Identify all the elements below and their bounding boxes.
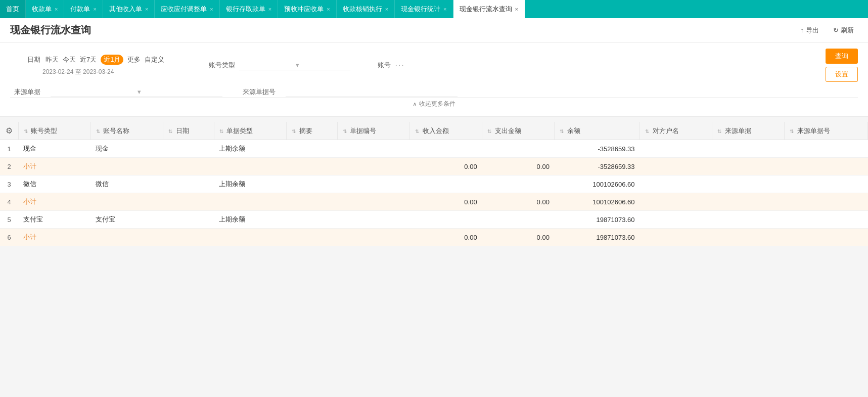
cell-source-doc (712, 175, 785, 193)
cell-expense: 0.00 (482, 158, 555, 175)
date-shortcut-yesterday[interactable]: 昨天 (45, 55, 59, 64)
account-filter: 账号 ··· (360, 61, 404, 70)
cell-source-doc-no (785, 193, 868, 211)
col-doc-no[interactable]: ⇅ 单据编号 (337, 122, 409, 140)
nav-tab-payment-close[interactable]: × (93, 6, 96, 12)
col-summary[interactable]: ⇅ 摘要 (286, 122, 337, 140)
nav-tab-adjust[interactable]: 应收应付调整单 × (155, 0, 219, 18)
nav-tab-bank-deposit-close[interactable]: × (268, 6, 271, 12)
table-row: 6小计0.000.0019871073.60 (0, 229, 868, 246)
cell-source-doc-no (785, 140, 868, 158)
nav-tab-verify[interactable]: 收款核销执行 × (337, 0, 395, 18)
sort-arrows-doc-type: ⇅ (219, 128, 223, 134)
source-doc-select[interactable]: ▾ (51, 87, 222, 97)
date-shortcut-today[interactable]: 今天 (63, 55, 76, 64)
nav-tab-verify-close[interactable]: × (385, 6, 388, 12)
table-settings-icon[interactable]: ⚙ (6, 126, 13, 135)
col-balance[interactable]: ⇅ 余额 (555, 122, 640, 140)
cell-summary (286, 140, 337, 158)
nav-tab-receipt-close[interactable]: × (55, 6, 58, 12)
cell-expense: 0.00 (482, 193, 555, 211)
nav-tab-cashflow-close[interactable]: × (515, 6, 518, 12)
page-title: 现金银行流水查询 (10, 23, 91, 37)
col-balance-label: 余额 (567, 127, 580, 135)
table-row: 5支付宝支付宝上期余额19871073.60 (0, 211, 868, 229)
nav-tab-pre-receipt-close[interactable]: × (327, 6, 330, 12)
query-button[interactable]: 查询 (826, 49, 858, 64)
date-shortcuts-row: 日期 昨天 今天 近7天 近1月 更多 自定义 (10, 55, 164, 65)
cell-summary (286, 158, 337, 175)
col-settings: ⚙ (0, 122, 18, 140)
cell-counterpart (640, 175, 712, 193)
col-date[interactable]: ⇅ 日期 (163, 122, 214, 140)
col-expense[interactable]: ⇅ 支出金额 (482, 122, 555, 140)
nav-tab-adjust-close[interactable]: × (210, 6, 213, 12)
row-number: 4 (0, 193, 18, 211)
sort-arrows-summary: ⇅ (292, 128, 296, 134)
cell-income (409, 211, 482, 229)
col-counterpart[interactable]: ⇅ 对方户名 (640, 122, 712, 140)
account-dots[interactable]: ··· (395, 61, 404, 70)
cell-income (409, 175, 482, 193)
cell-income (409, 140, 482, 158)
cell-doc-no (337, 193, 409, 211)
cell-account-name (90, 158, 163, 175)
row-number: 6 (0, 229, 18, 246)
sort-arrows-balance: ⇅ (560, 128, 564, 134)
source-doc-no-label: 来源单据号 (243, 87, 276, 97)
nav-tab-receipt-label: 收款单 (32, 5, 52, 14)
nav-tab-stats-close[interactable]: × (443, 6, 446, 12)
nav-tab-cashflow[interactable]: 现金银行流水查询 × (453, 0, 525, 18)
cell-account-type: 小计 (18, 229, 90, 246)
cell-account-name (90, 193, 163, 211)
cell-balance: -3528659.33 (555, 158, 640, 175)
nav-tab-stats[interactable]: 现金银行统计 × (395, 0, 453, 18)
date-shortcut-1month[interactable]: 近1月 (101, 55, 123, 65)
nav-tab-other-income[interactable]: 其他收入单 × (103, 0, 155, 18)
sort-arrows-account-name: ⇅ (96, 128, 100, 134)
col-source-doc-no[interactable]: ⇅ 来源单据号 (785, 122, 868, 140)
refresh-button[interactable]: ↻ 刷新 (829, 24, 858, 37)
col-source-doc[interactable]: ⇅ 来源单据 (712, 122, 785, 140)
settings-button[interactable]: 设置 (826, 67, 858, 82)
page-header: 现金银行流水查询 ↑ 导出 ↻ 刷新 (0, 18, 868, 42)
nav-tab-payment[interactable]: 付款单 × (64, 0, 103, 18)
refresh-label: 刷新 (841, 26, 854, 35)
sort-arrows-account-type: ⇅ (24, 128, 28, 134)
date-shortcut-7days[interactable]: 近7天 (80, 55, 97, 64)
col-doc-type[interactable]: ⇅ 单据类型 (214, 122, 286, 140)
nav-tab-pre-receipt[interactable]: 预收冲应收单 × (278, 0, 336, 18)
col-doc-type-label: 单据类型 (226, 127, 253, 135)
cell-account-name (90, 229, 163, 246)
cell-doc-type (214, 158, 286, 175)
account-type-filter: 账号类型 ▾ (205, 60, 350, 70)
cell-source-doc (712, 193, 785, 211)
nav-tab-receipt[interactable]: 收款单 × (26, 0, 64, 18)
source-doc-no-input[interactable] (286, 87, 458, 97)
cell-doc-no (337, 140, 409, 158)
cell-account-name: 现金 (90, 140, 163, 158)
cell-source-doc (712, 158, 785, 175)
nav-tab-cashflow-label: 现金银行流水查询 (460, 5, 512, 14)
export-button[interactable]: ↑ 导出 (797, 24, 824, 37)
nav-tab-bank-deposit[interactable]: 银行存取款单 × (220, 0, 278, 18)
nav-tab-other-income-close[interactable]: × (145, 6, 148, 12)
cell-date (163, 175, 214, 193)
account-type-select[interactable]: ▾ (239, 60, 350, 70)
cell-counterpart (640, 211, 712, 229)
account-label: 账号 (360, 61, 391, 70)
nav-tab-home[interactable]: 首页 (0, 0, 26, 18)
cell-date (163, 158, 214, 175)
col-account-type[interactable]: ⇅ 账号类型 (18, 122, 90, 140)
col-income[interactable]: ⇅ 收入金额 (409, 122, 482, 140)
cell-account-name: 微信 (90, 175, 163, 193)
date-shortcut-more[interactable]: 更多 (127, 55, 141, 64)
cell-income: 0.00 (409, 193, 482, 211)
cell-expense (482, 175, 555, 193)
col-account-name[interactable]: ⇅ 账号名称 (90, 122, 163, 140)
sort-arrows-source-doc: ⇅ (717, 128, 721, 134)
cell-account-type: 现金 (18, 140, 90, 158)
collapse-bar[interactable]: ∧ 收起更多条件 (10, 97, 858, 110)
date-shortcut-custom[interactable]: 自定义 (145, 55, 164, 64)
cell-source-doc (712, 229, 785, 246)
